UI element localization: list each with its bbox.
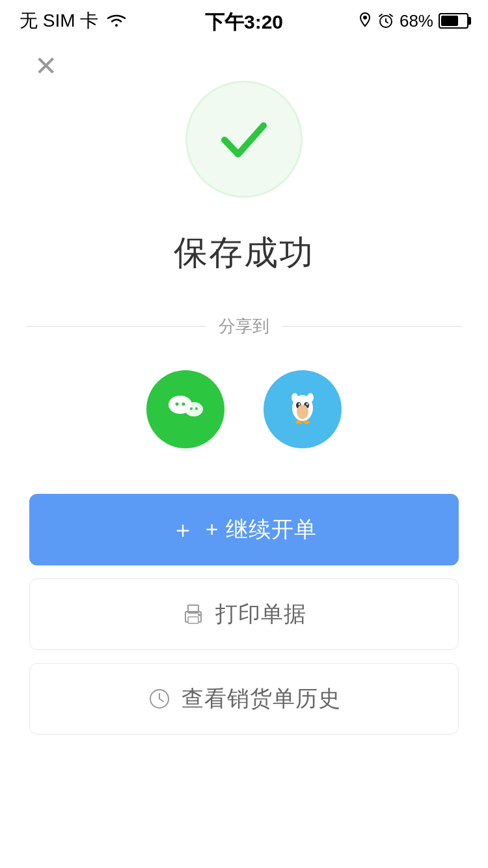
share-icons <box>26 370 462 448</box>
printer-icon <box>182 603 205 626</box>
close-icon: ✕ <box>34 53 57 80</box>
success-title: 保存成功 <box>174 230 314 276</box>
actions-container: ＋ + 继续开单 打印单据 查看销货单历史 <box>29 494 459 735</box>
continue-button[interactable]: ＋ + 继续开单 <box>29 494 459 565</box>
svg-point-17 <box>295 420 302 424</box>
status-bar: 无 SIM 卡 下午3:20 68% <box>0 0 488 42</box>
svg-rect-20 <box>188 617 198 623</box>
print-button[interactable]: 打印单据 <box>29 578 459 650</box>
share-divider: 分享到 <box>26 315 462 338</box>
svg-point-22 <box>198 614 200 616</box>
share-label: 分享到 <box>219 315 269 338</box>
svg-point-0 <box>363 16 367 20</box>
share-section: 分享到 <box>0 315 488 448</box>
svg-point-16 <box>297 405 308 419</box>
alarm-icon <box>377 12 394 29</box>
main-content: 保存成功 分享到 <box>0 42 488 735</box>
battery-icon <box>439 13 468 29</box>
status-left: 无 SIM 卡 <box>20 8 128 33</box>
qq-share-button[interactable] <box>264 370 342 448</box>
svg-point-3 <box>185 402 203 416</box>
clock-icon <box>148 687 171 711</box>
wechat-share-button[interactable] <box>146 370 224 448</box>
location-icon <box>358 12 372 30</box>
wechat-icon <box>163 387 208 432</box>
status-right: 68% <box>358 11 468 31</box>
svg-point-10 <box>307 393 314 402</box>
success-circle <box>185 81 303 198</box>
battery-percent: 68% <box>400 11 433 31</box>
history-label: 查看销货单历史 <box>182 684 341 714</box>
history-button[interactable]: 查看销货单历史 <box>29 663 459 735</box>
qq-icon <box>282 388 323 430</box>
status-time: 下午3:20 <box>205 9 283 36</box>
close-button[interactable]: ✕ <box>26 47 65 86</box>
continue-label: + 继续开单 <box>206 515 317 545</box>
svg-point-7 <box>195 407 198 410</box>
svg-point-13 <box>299 403 301 405</box>
wifi-icon <box>105 12 128 29</box>
svg-point-6 <box>190 407 193 410</box>
print-label: 打印单据 <box>215 599 306 629</box>
svg-point-5 <box>182 403 185 406</box>
svg-point-14 <box>306 403 308 405</box>
svg-point-9 <box>291 393 298 402</box>
svg-point-4 <box>176 403 179 406</box>
svg-point-18 <box>303 420 310 424</box>
carrier-text: 无 SIM 卡 <box>20 8 98 33</box>
continue-icon: ＋ <box>171 514 195 546</box>
checkmark-icon <box>215 110 273 169</box>
